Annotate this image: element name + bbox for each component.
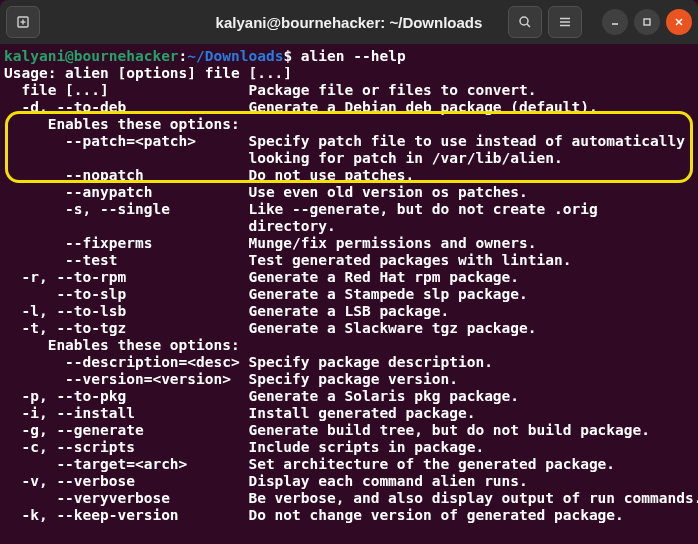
output-line: -k, --keep-version Do not change version… xyxy=(4,507,694,524)
search-icon xyxy=(518,15,532,29)
svg-line-4 xyxy=(527,24,530,27)
output-line: -r, --to-rpm Generate a Red Hat rpm pack… xyxy=(4,269,694,286)
output-line: file [...] Package file or files to conv… xyxy=(4,82,694,99)
close-icon xyxy=(674,17,684,27)
output-line: --version=<version> Specify package vers… xyxy=(4,371,694,388)
prompt-path-prefix: ~/ xyxy=(187,48,204,64)
maximize-icon xyxy=(642,17,652,27)
output-line: -d, --to-deb Generate a Debian deb packa… xyxy=(4,99,694,116)
maximize-button[interactable] xyxy=(634,9,660,35)
output-line: --veryverbose Be verbose, and also displ… xyxy=(4,490,694,507)
output-line: Enables these options: xyxy=(4,337,694,354)
output-line: -t, --to-tgz Generate a Slackware tgz pa… xyxy=(4,320,694,337)
search-button[interactable] xyxy=(508,6,542,38)
prompt-path: Downloads xyxy=(205,48,284,64)
output-line: -l, --to-lsb Generate a LSB package. xyxy=(4,303,694,320)
titlebar: kalyani@bournehacker: ~/Downloads xyxy=(0,0,698,44)
minimize-button[interactable] xyxy=(602,9,628,35)
output-line: --nopatch Do not use patches. xyxy=(4,167,694,184)
output-line: --test Test generated packages with lint… xyxy=(4,252,694,269)
new-tab-icon xyxy=(16,15,30,29)
output-line: --patch=<patch> Specify patch file to us… xyxy=(4,133,694,150)
output-line: -s, --single Like --generate, but do not… xyxy=(4,201,694,218)
output-line: looking for patch in /var/lib/alien. xyxy=(4,150,694,167)
output-line: -i, --install Install generated package. xyxy=(4,405,694,422)
hamburger-icon xyxy=(558,15,572,29)
output-line: Usage: alien [options] file [...] xyxy=(4,65,694,82)
output-line: -v, --verbose Display each command alien… xyxy=(4,473,694,490)
prompt-sigil: $ xyxy=(283,48,292,64)
output-line: directory. xyxy=(4,218,694,235)
output-line: --anypatch Use even old version os patch… xyxy=(4,184,694,201)
output-line: --target=<arch> Set architecture of the … xyxy=(4,456,694,473)
prompt-userhost: kalyani@bournehacker xyxy=(4,48,179,64)
prompt-line: kalyani@bournehacker:~/Downloads$ alien … xyxy=(4,48,694,65)
output-line: -p, --to-pkg Generate a Solaris pkg pack… xyxy=(4,388,694,405)
output-line: -g, --generate Generate build tree, but … xyxy=(4,422,694,439)
new-tab-button[interactable] xyxy=(6,6,40,38)
output-line: --description=<desc> Specify package des… xyxy=(4,354,694,371)
output-line: --fixperms Munge/fix permissions and own… xyxy=(4,235,694,252)
output-line: --to-slp Generate a Stampede slp package… xyxy=(4,286,694,303)
output-line: -c, --scripts Include scripts in package… xyxy=(4,439,694,456)
terminal-body[interactable]: kalyani@bournehacker:~/Downloads$ alien … xyxy=(0,44,698,524)
svg-rect-9 xyxy=(644,19,650,25)
output-line: Enables these options: xyxy=(4,116,694,133)
menu-button[interactable] xyxy=(548,6,582,38)
command-text: alien --help xyxy=(292,48,406,64)
minimize-icon xyxy=(610,17,620,27)
svg-point-3 xyxy=(520,17,528,25)
close-button[interactable] xyxy=(666,9,692,35)
titlebar-right xyxy=(508,6,692,38)
